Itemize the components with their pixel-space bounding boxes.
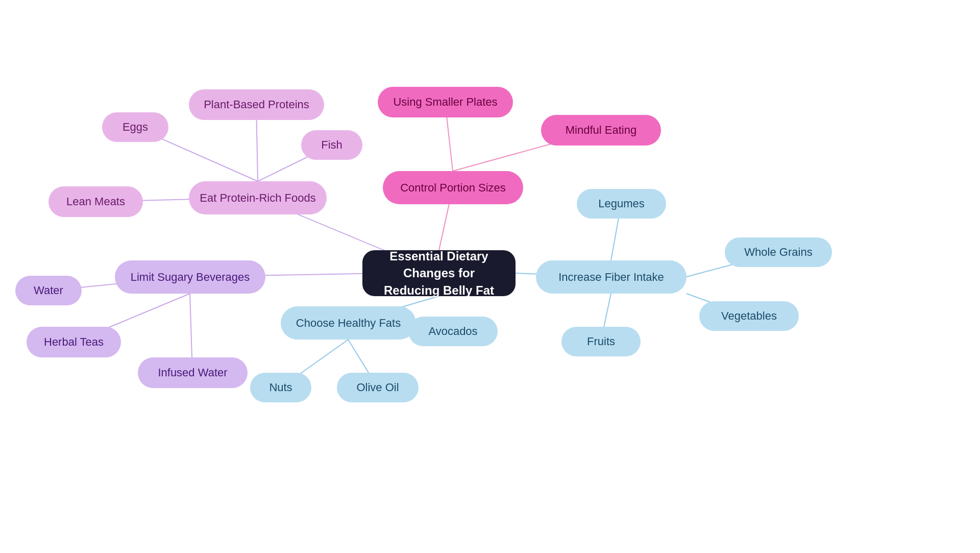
nuts-node: Nuts xyxy=(250,373,311,402)
limit-sugary-node: Limit Sugary Beverages xyxy=(115,260,265,294)
whole-grains-node: Whole Grains xyxy=(725,237,832,267)
lean-meats-node: Lean Meats xyxy=(48,186,143,217)
eggs-node: Eggs xyxy=(102,112,168,142)
plant-based-node: Plant-Based Proteins xyxy=(189,89,324,120)
control-portion-node: Control Portion Sizes xyxy=(383,171,523,204)
fish-node: Fish xyxy=(301,130,362,160)
herbal-teas-node: Herbal Teas xyxy=(27,327,121,357)
olive-oil-node: Olive Oil xyxy=(337,373,419,402)
center-node: Essential Dietary Changes for Reducing B… xyxy=(362,250,516,296)
choose-healthy-fats-node: Choose Healthy Fats xyxy=(281,306,416,340)
increase-fiber-node: Increase Fiber Intake xyxy=(536,260,687,294)
fruits-node: Fruits xyxy=(561,327,641,356)
legumes-node: Legumes xyxy=(577,189,666,219)
using-smaller-plates-node: Using Smaller Plates xyxy=(378,87,513,117)
avocados-node: Avocados xyxy=(408,317,498,346)
mindful-eating-node: Mindful Eating xyxy=(541,115,661,146)
vegetables-node: Vegetables xyxy=(699,301,799,331)
eat-protein-node: Eat Protein-Rich Foods xyxy=(189,181,327,214)
water-node: Water xyxy=(15,276,82,305)
infused-water-node: Infused Water xyxy=(138,357,248,388)
